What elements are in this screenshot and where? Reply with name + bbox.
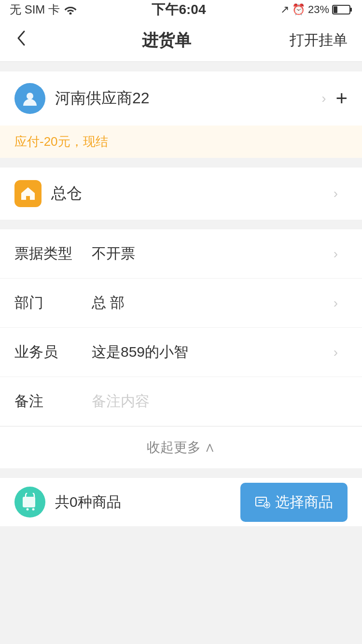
wifi-icon (64, 5, 77, 14)
invoice-type-chevron-icon: › (334, 246, 338, 262)
svg-rect-5 (23, 497, 35, 507)
gap-1 (0, 62, 362, 71)
status-time: 下午6:04 (152, 0, 206, 19)
bottom-bar: 共0种商品 选择商品 (0, 478, 362, 526)
product-icon (14, 487, 45, 518)
remark-placeholder: 备注内容 (92, 392, 348, 411)
nav-bar: 进货单 打开挂单 (0, 19, 362, 62)
alert-text: 应付-20元，现结 (14, 134, 108, 149)
salesperson-chevron-icon: › (334, 345, 338, 360)
empty-space (0, 526, 362, 644)
warehouse-row[interactable]: 总仓 › (0, 168, 362, 220)
remark-label: 备注 (14, 392, 82, 411)
warehouse-chevron-icon: › (334, 186, 338, 201)
invoice-type-label: 票据类型 (14, 244, 82, 264)
department-row[interactable]: 部门 总 部 › (0, 279, 362, 328)
select-product-icon (255, 494, 270, 510)
warehouse-name: 总仓 (51, 183, 334, 204)
salesperson-row[interactable]: 业务员 这是859的小智 › (0, 328, 362, 377)
salesperson-value: 这是859的小智 (92, 342, 334, 362)
department-chevron-icon: › (334, 295, 338, 311)
user-icon (21, 89, 39, 108)
select-product-label: 选择商品 (275, 492, 333, 512)
department-label: 部门 (14, 293, 82, 313)
form-section: 票据类型 不开票 › 部门 总 部 › 业务员 这是859的小智 › 备注 备注… (0, 229, 362, 468)
invoice-type-row[interactable]: 票据类型 不开票 › (0, 229, 362, 279)
add-supplier-button[interactable]: + (335, 88, 348, 109)
product-count: 共0种商品 (55, 492, 240, 512)
status-left: 无 SIM 卡 (10, 2, 77, 17)
supplier-row[interactable]: 河南供应商22 › + (0, 71, 362, 126)
salesperson-label: 业务员 (14, 342, 82, 362)
supplier-name: 河南供应商22 (55, 88, 321, 109)
page-title: 进货单 (142, 29, 191, 52)
battery-icon (332, 4, 352, 15)
battery-text: 23% (308, 3, 329, 16)
supplier-section: 河南供应商22 › + 应付-20元，现结 (0, 71, 362, 158)
svg-point-6 (27, 508, 29, 511)
svg-point-4 (27, 93, 33, 99)
department-value: 总 部 (92, 293, 334, 313)
open-pending-button[interactable]: 打开挂单 (290, 30, 348, 50)
collapse-button[interactable]: 收起更多 ∧ (0, 426, 362, 468)
svg-rect-2 (350, 8, 352, 12)
warehouse-icon (14, 180, 42, 207)
back-button[interactable] (14, 28, 43, 53)
invoice-type-value: 不开票 (92, 244, 334, 264)
alarm-icon: ⏰ (292, 3, 305, 16)
select-product-button[interactable]: 选择商品 (240, 483, 348, 522)
supplier-avatar (14, 83, 45, 114)
remark-row[interactable]: 备注 备注内容 (0, 377, 362, 426)
location-icon: ↗ (280, 3, 289, 16)
signal-text: 无 SIM 卡 (10, 2, 60, 17)
status-right: ↗ ⏰ 23% (280, 3, 352, 16)
supplier-chevron-icon: › (321, 91, 326, 106)
warehouse-section: 总仓 › (0, 168, 362, 220)
status-bar: 无 SIM 卡 下午6:04 ↗ ⏰ 23% (0, 0, 362, 19)
home-icon (20, 185, 36, 202)
svg-point-0 (70, 13, 72, 15)
cart-icon (21, 493, 39, 511)
svg-rect-3 (334, 6, 337, 13)
svg-point-7 (32, 508, 35, 511)
alert-banner: 应付-20元，现结 (0, 126, 362, 158)
